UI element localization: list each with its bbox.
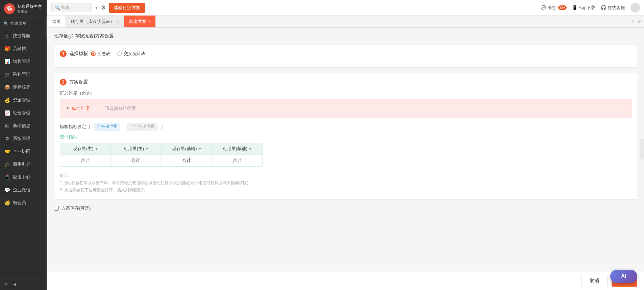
hint-item-2: 2. 点击标题栏下拉可设置排序、插入列和删除列	[60, 187, 631, 194]
content-area: 现存量(库存状况表)方案设置 1 选择模板 汇总表 交叉统计表	[47, 28, 644, 271]
ai-float-label: Ai	[621, 273, 626, 280]
save-checkbox[interactable]	[54, 206, 59, 211]
topbar: 🔍 搜索 ▾ ⚙ 体验行业方案 💬 消息 99+ 📱 App下载 🎧 在线客服	[47, 0, 644, 16]
tab-inventory-status[interactable]: 现存量（库存状况表） ×	[66, 16, 124, 27]
sidebar-item-label: 应用中心	[13, 174, 30, 180]
dimension-area: * 纵向维度 —— 请选择分组维度	[60, 99, 631, 118]
ai-float-button[interactable]: Ai	[610, 270, 637, 283]
app-name: 畅康通好生意	[18, 4, 42, 9]
collapse-icon[interactable]: ◀	[13, 282, 16, 287]
radio-summary[interactable]: 汇总表	[91, 51, 110, 57]
messages-badge: 99+	[558, 5, 567, 10]
dimension-row: * 纵向维度 —— 请选择分组维度	[67, 105, 624, 112]
message-icon: 💬	[541, 5, 546, 10]
user-avatar[interactable]	[630, 3, 640, 13]
stats-col4-header[interactable]: 可用量(基辅) ▾	[212, 143, 262, 154]
app-download-item[interactable]: 📱 App下载	[572, 5, 595, 11]
hints-section: 提示： 1.拖动标题栏可以调整布局，不可跨维度或指标区域拖动栏目字段(只能在同一…	[60, 172, 631, 194]
dimension-label: 汇总维度（必选）	[60, 90, 631, 96]
draggable-badge: 可拖动位置	[94, 123, 120, 130]
sidebar-item-label: 企业微信	[13, 187, 30, 193]
cancel-button[interactable]: 取消	[581, 275, 608, 287]
step1-header: 1 选择模板 汇总表 交叉统计表	[60, 50, 631, 57]
indicator-section: 模板指标设定（ 可拖动位置 不可拖动位置 ）	[60, 123, 631, 130]
sidebar-item-label: 企业协同	[13, 148, 30, 154]
sidebar-item-label: 资金管理	[13, 97, 30, 103]
sidebar-bottom: ⚙ ◀	[0, 278, 47, 290]
stats-col3-header[interactable]: 现存量(基辅) ▾	[162, 143, 212, 154]
required-mark: *	[67, 106, 69, 111]
col3-label: 现存量(基辅)	[172, 146, 197, 152]
mobile-icon: 📱	[572, 5, 577, 10]
app-logo: 畅 畅康通好生意 标准版	[0, 0, 47, 18]
stats-col1-header[interactable]: 现存量(主) ▾	[60, 143, 111, 154]
stats-title: 统计指标	[60, 134, 631, 140]
step2-badge: 2	[60, 79, 67, 86]
sidebar-item-app-center[interactable]: 📱 应用中心	[0, 171, 47, 184]
graduate-icon: 🎓	[4, 161, 10, 167]
stats-col3-data: 合计	[162, 155, 212, 166]
gift-icon: 🎁	[4, 46, 10, 52]
sidebar-item-label: 销售管理	[13, 58, 30, 65]
stats-header-row: 现存量(主) ▾ 可用量(主) ▾ 现存量(基辅) ▾ 可用量(基辅)	[60, 143, 262, 154]
sidebar-search[interactable]: 🔍 搜索菜单	[0, 18, 47, 29]
col1-label: 现存量(主)	[73, 146, 94, 152]
tab-inventory-close[interactable]: ×	[117, 19, 119, 24]
stats-col2-header[interactable]: 可用量(主) ▾	[111, 143, 162, 154]
sidebar-item-enterprise[interactable]: 🤝 企业协同	[0, 145, 47, 158]
col2-label: 可用量(主)	[124, 146, 144, 152]
sidebar-item-membership[interactable]: 👑 畅会员	[0, 196, 47, 209]
stats-col1-data: 合计	[60, 155, 111, 166]
hint-item-1: 1.拖动标题栏可以调整布局，不可跨维度或指标区域拖动栏目字段(只能在同一维度或指…	[60, 179, 631, 187]
topbar-settings-icon[interactable]: ⚙	[101, 4, 106, 11]
step1-title: 选择模板	[69, 51, 88, 57]
vertical-dim-label: 纵向维度	[72, 105, 90, 112]
topbar-search-placeholder: 搜索	[61, 5, 70, 10]
stats-table: 现存量(主) ▾ 可用量(主) ▾ 现存量(基辅) ▾ 可用量(基辅)	[60, 143, 263, 167]
topbar-dropdown-icon[interactable]: ▾	[95, 5, 98, 10]
sidebar-item-quick-nav[interactable]: ⌂ 快捷导航	[0, 29, 47, 42]
col4-chevron: ▾	[249, 147, 251, 151]
sidebar-item-inventory[interactable]: 📦 库存核算	[0, 81, 47, 94]
tab-close-icon[interactable]: ×	[631, 19, 635, 25]
tab-new-plan[interactable]: 新建方案 ×	[124, 16, 156, 27]
tab-home-label: 首页	[52, 19, 61, 25]
radio-cross-label: 交叉统计表	[124, 51, 146, 57]
industry-plan-button[interactable]: 体验行业方案	[109, 3, 145, 13]
radio-cross[interactable]: 交叉统计表	[117, 51, 146, 57]
sidebar-item-basic-info[interactable]: 🗂 基础信息	[0, 119, 47, 132]
sidebar-item-wechat[interactable]: 💬 企业微信	[0, 184, 47, 196]
col3-chevron: ▾	[199, 147, 201, 151]
col1-chevron: ▾	[96, 147, 98, 151]
sidebar-item-newbie[interactable]: 🎓 新手引导	[0, 158, 47, 171]
phone-icon: 📱	[4, 174, 10, 180]
trend-icon: 📈	[4, 110, 10, 116]
search-icon: 🔍	[3, 21, 8, 26]
tab-new-plan-close[interactable]: ×	[148, 19, 151, 24]
online-service-item[interactable]: 🎧 在线客服	[601, 5, 625, 11]
tab-expand-icon[interactable]: ⤢	[637, 19, 641, 24]
search-label: 搜索菜单	[10, 21, 27, 26]
chart-icon: 📊	[4, 58, 10, 65]
hint-title: 提示：	[60, 173, 72, 178]
chat-icon: 💬	[4, 187, 10, 193]
box-icon: 📦	[4, 84, 10, 90]
sidebar-item-operations[interactable]: 📈 经营管理	[0, 106, 47, 119]
radio-summary-dot	[91, 51, 96, 56]
radio-cross-dot	[117, 51, 122, 56]
tabbar: 首页 现存量（库存状况表） × 新建方案 × × ⤢	[47, 16, 644, 28]
sidebar-item-purchase[interactable]: 🛒 采购管理	[0, 68, 47, 81]
sidebar-item-sales[interactable]: 📊 销售管理	[0, 55, 47, 68]
sidebar-item-system[interactable]: ⚙ 系统管理	[0, 132, 47, 145]
handshake-icon: 🤝	[4, 148, 10, 154]
right-edge-bar[interactable]: ›	[640, 139, 644, 160]
home-icon: ⌂	[4, 33, 10, 39]
folder-icon: 🗂	[4, 123, 10, 129]
sidebar-item-finance[interactable]: 💰 资金管理	[0, 94, 47, 106]
app-version: 标准版	[18, 9, 42, 14]
settings-icon[interactable]: ⚙	[4, 282, 8, 287]
messages-item[interactable]: 💬 消息 99+	[541, 5, 567, 11]
sidebar-item-marketing[interactable]: 🎁 营销推广	[0, 42, 47, 55]
tab-home[interactable]: 首页	[47, 16, 66, 27]
topbar-search-box[interactable]: 🔍 搜索	[51, 3, 92, 12]
